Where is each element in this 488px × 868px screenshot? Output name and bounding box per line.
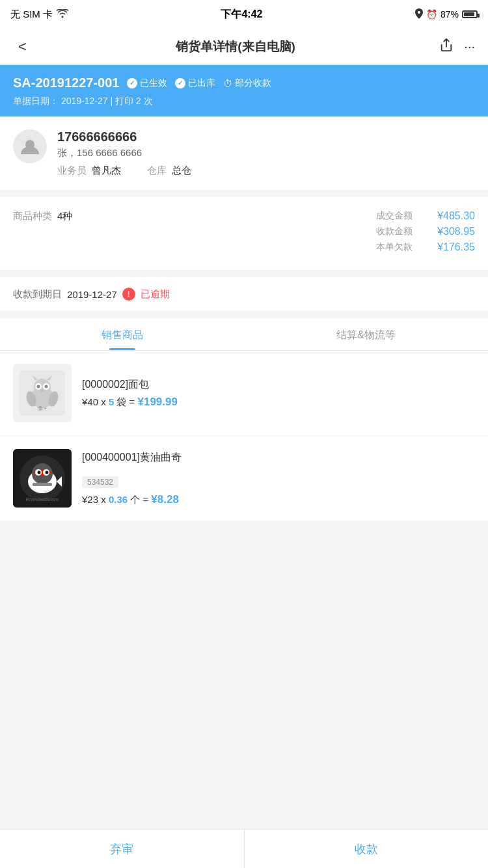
status-badge-partial: ⏱ 部分收款 (223, 77, 271, 89)
table-row: BrandedSushi [000400001]黄油曲奇 534532 ¥23 … (0, 436, 488, 521)
product-info-2: [000400001]黄油曲奇 534532 ¥23 x 0.36 个 = ¥8… (82, 451, 475, 506)
back-button[interactable]: < (13, 33, 32, 61)
received-label: 收款金额 (376, 226, 413, 237)
svg-rect-22 (33, 483, 52, 486)
cancel-button[interactable]: 弃审 (0, 830, 245, 868)
status-partial-label: 部分收款 (235, 77, 271, 89)
wifi-icon (57, 9, 68, 20)
status-time: 下午4:42 (221, 8, 262, 21)
customer-meta: 业务员 曾凡杰 仓库 总仓 (57, 165, 475, 177)
battery-icon (462, 10, 478, 18)
svg-point-7 (45, 385, 48, 388)
share-button[interactable] (439, 38, 454, 55)
alarm-icon: ⏰ (426, 9, 437, 20)
deal-amount-value: ¥485.30 (423, 210, 475, 222)
product-type-value: 4种 (57, 210, 72, 223)
product-total-2: ¥8.28 (151, 493, 179, 506)
carrier-text: 无 SIM 卡 (10, 8, 53, 21)
product-thumb-1: 鱼+ (13, 364, 72, 422)
debt-label: 本单欠款 (376, 241, 413, 253)
status-shipped-label: 已出库 (188, 77, 215, 89)
product-tag-2: 534532 (82, 476, 118, 488)
tabs-header: 销售商品 结算&物流等 (0, 318, 488, 351)
status-badge-shipped: 已出库 (175, 77, 215, 89)
overdue-icon: ! (122, 288, 135, 301)
product-total-1: ¥199.99 (138, 396, 178, 408)
product-qty-1: 5 (109, 396, 114, 407)
order-date: 2019-12-27 (61, 96, 108, 106)
received-amount-row: 收款金额 ¥308.95 (376, 226, 475, 237)
bottom-bar: 弃审 收款 (0, 829, 488, 868)
sales-label: 业务员 (57, 165, 87, 177)
tab-sales-products[interactable]: 销售商品 (0, 318, 244, 350)
svg-point-21 (46, 471, 49, 474)
product-price-1: ¥40 x 5 袋 = ¥199.99 (82, 396, 475, 409)
date-label: 单据日期： (13, 96, 59, 106)
due-date-value: 2019-12-27 (67, 289, 117, 300)
svg-text:鱼+: 鱼+ (38, 405, 47, 412)
summary-row: 商品种类 4种 成交金额 ¥485.30 收款金额 ¥308.95 本单欠款 ¥… (13, 210, 475, 257)
status-left: 无 SIM 卡 (10, 8, 68, 21)
tab-settlement[interactable]: 结算&物流等 (244, 318, 488, 350)
deal-amount-label: 成交金额 (376, 210, 413, 222)
debt-amount-row: 本单欠款 ¥176.35 (376, 241, 475, 253)
warehouse-meta: 仓库 总仓 (147, 165, 191, 177)
avatar (13, 129, 47, 163)
check-icon-1 (127, 78, 137, 88)
more-button[interactable]: ··· (464, 39, 475, 54)
summary-section: 商品种类 4种 成交金额 ¥485.30 收款金额 ¥308.95 本单欠款 ¥… (0, 197, 488, 271)
due-date-section: 收款到期日 2019-12-27 ! 已逾期 (0, 277, 488, 312)
print-count: 2 (136, 96, 141, 106)
product-type-label: 商品种类 (13, 210, 52, 223)
warehouse-label: 仓库 (147, 165, 167, 177)
product-name-1: [0000002]面包 (82, 378, 475, 392)
page-title: 销货单详情(来自电脑) (32, 38, 439, 55)
product-list: 鱼+ [0000002]面包 ¥40 x 5 袋 = ¥199.99 (0, 351, 488, 521)
svg-point-6 (37, 385, 40, 388)
product-name-2: [000400001]黄油曲奇 (82, 451, 475, 465)
customer-phone: 张，156 6666 6666 (57, 147, 475, 159)
battery-text: 87% (441, 9, 459, 20)
status-right: ⏰ 87% (415, 8, 478, 21)
overdue-text: 已逾期 (141, 288, 170, 301)
customer-id: 17666666666 (57, 129, 475, 144)
table-row: 鱼+ [0000002]面包 ¥40 x 5 袋 = ¥199.99 (0, 351, 488, 436)
customer-card: 17666666666 张，156 6666 6666 业务员 曾凡杰 仓库 总… (0, 116, 488, 191)
product-price-2: ¥23 x 0.36 个 = ¥8.28 (82, 493, 475, 506)
debt-value: ¥176.35 (423, 241, 475, 253)
status-bar: 无 SIM 卡 下午4:42 ⏰ 87% (0, 0, 488, 29)
amounts-group: 成交金额 ¥485.30 收款金额 ¥308.95 本单欠款 ¥176.35 (376, 210, 475, 257)
product-info-1: [0000002]面包 ¥40 x 5 袋 = ¥199.99 (82, 378, 475, 409)
status-effective-label: 已生效 (140, 77, 167, 89)
nav-bar: < 销货单详情(来自电脑) ··· (0, 29, 488, 65)
sales-name: 曾凡杰 (92, 165, 121, 177)
due-date-label: 收款到期日 (13, 288, 62, 301)
customer-info: 17666666666 张，156 6666 6666 业务员 曾凡杰 仓库 总… (57, 129, 475, 177)
header-banner: SA-20191227-001 已生效 已出库 ⏱ 部分收款 单据日期： 201… (0, 65, 488, 116)
svg-text:BrandedSushi: BrandedSushi (26, 496, 59, 502)
print-sep: | 打印 (110, 96, 135, 106)
banner-row1: SA-20191227-001 已生效 已出库 ⏱ 部分收款 (13, 75, 475, 90)
order-id: SA-20191227-001 (13, 75, 119, 90)
tabs-section: 销售商品 结算&物流等 (0, 318, 488, 521)
svg-point-20 (38, 471, 41, 474)
product-type-group: 商品种类 4种 (13, 210, 72, 223)
product-thumb-2: BrandedSushi (13, 449, 72, 508)
nav-actions: ··· (439, 38, 475, 55)
sales-meta: 业务员 曾凡杰 (57, 165, 121, 177)
status-badge-effective: 已生效 (127, 77, 167, 89)
check-icon-2 (175, 78, 185, 88)
deal-amount-row: 成交金额 ¥485.30 (376, 210, 475, 222)
print-suffix: 次 (144, 96, 153, 106)
banner-row2: 单据日期： 2019-12-27 | 打印 2 次 (13, 96, 475, 107)
product-qty-2: 0.36 (109, 494, 128, 505)
confirm-button[interactable]: 收款 (245, 830, 489, 868)
clock-icon: ⏱ (223, 78, 232, 88)
warehouse-name: 总仓 (172, 165, 191, 177)
received-value: ¥308.95 (423, 226, 475, 237)
location-icon (415, 8, 423, 21)
